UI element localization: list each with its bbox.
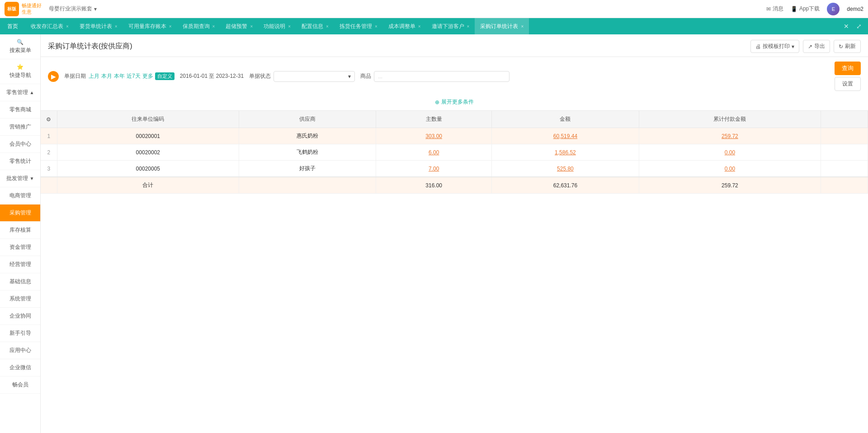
nav-tabs-end: ✕ ⤢ <box>841 21 868 32</box>
sidebar-item-marketing[interactable]: 营销推广 <box>0 119 40 136</box>
logo-text: 畅捷通好生意 <box>22 3 45 14</box>
tab-yaohuo[interactable]: 要货单统计表 × <box>74 18 123 34</box>
export-button[interactable]: ↗ 导出 <box>803 40 830 53</box>
tab-close-icon[interactable]: × <box>288 24 291 29</box>
date-shortcuts: 上月 本月 本年 近7天 更多 自定义 <box>89 72 175 80</box>
sidebar-label: 电商管理 <box>9 192 31 200</box>
sidebar-label: 经营管理 <box>9 261 31 268</box>
row-amount[interactable]: 60,519.44 <box>492 128 639 144</box>
tab-chaochu[interactable]: 超储预警 × <box>220 18 258 34</box>
date-last-month[interactable]: 上月 <box>89 72 99 80</box>
goods-select[interactable]: ... <box>374 71 509 82</box>
tab-close-icon[interactable]: × <box>212 24 215 29</box>
col-amount: 金额 <box>492 111 639 128</box>
table-row: 1 00020001 惠氏奶粉 303.00 60,519.44 259.72 <box>41 128 868 144</box>
tab-peizhi[interactable]: 配置信息 × <box>296 18 334 34</box>
sidebar-item-retail-mgmt[interactable]: 零售管理 ▲ <box>0 84 40 101</box>
avatar[interactable]: E <box>827 3 840 15</box>
row-qty[interactable]: 7.00 <box>376 161 492 177</box>
tab-gongneng[interactable]: 功能说明 × <box>258 18 296 34</box>
row-paid[interactable]: 0.00 <box>639 144 821 161</box>
sidebar-item-retail-stats[interactable]: 零售统计 <box>0 153 40 170</box>
app-download-button[interactable]: 📱 App下载 <box>791 5 820 13</box>
tab-close-icon[interactable]: × <box>115 24 118 29</box>
sidebar-item-quicknav[interactable]: ⭐ 快捷导航 <box>0 59 40 84</box>
nav-expand-button[interactable]: ⤢ <box>854 21 864 32</box>
sidebar-label: 会员中心 <box>9 140 31 148</box>
sidebar-item-guide[interactable]: 新手引导 <box>0 325 40 342</box>
tab-kuyong[interactable]: 可用量库存账本 × <box>123 18 177 34</box>
tab-close-icon[interactable]: × <box>467 24 470 29</box>
footer-paid: 259.72 <box>639 177 821 194</box>
tab-close-active-icon[interactable]: × <box>521 24 524 29</box>
row-qty[interactable]: 6.00 <box>376 144 492 161</box>
nav-close-button[interactable]: ✕ <box>841 21 852 32</box>
settings-button[interactable]: 设置 <box>835 77 861 91</box>
row-paid[interactable]: 259.72 <box>639 128 821 144</box>
sidebar-label: 新手引导 <box>9 329 31 337</box>
date-range-display: 2016-01-01 至 2023-12-31 <box>180 72 244 80</box>
date-7days[interactable]: 近7天 <box>127 72 141 80</box>
print-button[interactable]: 🖨 按模板打印 ▾ <box>750 40 799 53</box>
sidebar-item-wecom[interactable]: 企业微信 <box>0 359 40 376</box>
row-amount[interactable]: 525.80 <box>492 161 639 177</box>
sidebar-item-wholesale[interactable]: 批发管理 ▼ <box>0 170 40 187</box>
sidebar-item-ecommerce[interactable]: 电商管理 <box>0 187 40 205</box>
tab-close-icon[interactable]: × <box>250 24 253 29</box>
refresh-button[interactable]: ↻ 刷新 <box>834 40 861 53</box>
expand-conditions-button[interactable]: ⊕ 展开更多条件 <box>435 98 474 106</box>
sidebar-item-system[interactable]: 系统管理 <box>0 290 40 308</box>
nav-home[interactable]: 首页 <box>0 18 25 34</box>
print-icon: 🖨 <box>755 43 761 50</box>
sidebar-item-vip[interactable]: 畅会员 <box>0 376 40 394</box>
row-extra <box>821 161 868 177</box>
sidebar-item-inventory[interactable]: 库存核算 <box>0 222 40 239</box>
filter-area: ▶ 单据日期 上月 本月 本年 近7天 更多 自定义 2016-01-01 至 … <box>41 57 868 111</box>
date-more[interactable]: 更多 <box>142 72 153 80</box>
user-name[interactable]: demo2 <box>847 6 863 12</box>
tab-chengben[interactable]: 成本调整单 × <box>383 18 426 34</box>
sidebar-item-basic[interactable]: 基础信息 <box>0 273 40 290</box>
row-paid[interactable]: 0.00 <box>639 161 821 177</box>
sidebar-item-purchase[interactable]: 采购管理 <box>0 205 40 222</box>
tab-baozhi[interactable]: 保质期查询 × <box>177 18 221 34</box>
tab-yaoqing[interactable]: 邀请下游客户 × <box>426 18 475 34</box>
tab-close-icon[interactable]: × <box>418 24 421 29</box>
row-seq: 1 <box>41 128 57 144</box>
sidebar: 🔍 搜索菜单 ⭐ 快捷导航 零售管理 ▲ 零售商城 营销推广 会员中心 零售统计… <box>0 34 41 433</box>
tab-label: 配置信息 <box>302 23 323 30</box>
date-this-year[interactable]: 本年 <box>114 72 125 80</box>
footer-label: 合计 <box>57 177 239 194</box>
tab-jianhuo[interactable]: 拣货任务管理 × <box>334 18 383 34</box>
sidebar-item-search[interactable]: 🔍 搜索菜单 <box>0 34 40 59</box>
message-button[interactable]: ✉ 消息 <box>766 5 783 13</box>
status-select[interactable]: ▾ <box>274 71 355 82</box>
tab-close-icon[interactable]: × <box>375 24 377 29</box>
row-extra <box>821 144 868 161</box>
sidebar-item-member[interactable]: 会员中心 <box>0 136 40 153</box>
query-button[interactable]: 查询 <box>835 62 861 75</box>
tab-close-icon[interactable]: × <box>66 24 69 29</box>
tab-shoufacun[interactable]: 收发存汇总表 × <box>25 18 74 34</box>
sidebar-item-finance[interactable]: 资金管理 <box>0 239 40 256</box>
date-label: 单据日期 <box>64 72 86 80</box>
date-this-month[interactable]: 本月 <box>101 72 112 80</box>
filter-toggle-button[interactable]: ▶ <box>48 71 59 82</box>
sidebar-item-collab[interactable]: 企业协同 <box>0 308 40 325</box>
data-table: ⚙ 往来单位编码 供应商 主数量 金额 累计付款金额 1 00020001 惠氏… <box>41 111 868 194</box>
logo-area: 标版 畅捷通好生意 <box>5 2 45 16</box>
tab-close-icon[interactable]: × <box>169 24 172 29</box>
row-supplier: 惠氏奶粉 <box>239 128 376 144</box>
row-amount[interactable]: 1,586.52 <box>492 144 639 161</box>
table-container: ⚙ 往来单位编码 供应商 主数量 金额 累计付款金额 1 00020001 惠氏… <box>41 111 868 433</box>
workspace-selector[interactable]: 母婴行业演示账套 ▾ <box>45 3 100 14</box>
tab-close-icon[interactable]: × <box>326 24 329 29</box>
col-settings[interactable]: ⚙ <box>41 111 57 128</box>
row-qty[interactable]: 303.00 <box>376 128 492 144</box>
sidebar-item-management[interactable]: 经营管理 <box>0 256 40 273</box>
sidebar-item-appcenter[interactable]: 应用中心 <box>0 342 40 359</box>
sidebar-item-retail-shop[interactable]: 零售商城 <box>0 101 40 119</box>
tab-caigou-active[interactable]: 采购订单统计表 × <box>475 18 529 34</box>
sidebar-label: 搜索菜单 <box>9 47 31 54</box>
row-seq: 2 <box>41 144 57 161</box>
